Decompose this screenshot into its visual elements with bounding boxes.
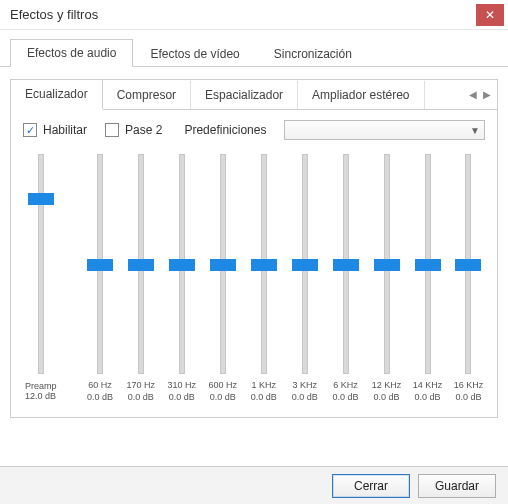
- band-freq: 310 Hz: [168, 380, 197, 392]
- main-tabs: Efectos de audio Efectos de vídeo Sincro…: [0, 30, 508, 67]
- slider-thumb[interactable]: [169, 259, 195, 271]
- band-db: 0.0 dB: [87, 392, 113, 404]
- slider-track[interactable]: [384, 154, 390, 374]
- slider-thumb[interactable]: [251, 259, 277, 271]
- band-db: 0.0 dB: [251, 392, 277, 404]
- checkbox-icon: ✓: [23, 123, 37, 137]
- tab-sync[interactable]: Sincronización: [257, 40, 369, 67]
- band-slider[interactable]: 1 KHz 0.0 dB: [247, 154, 280, 403]
- band-db: 0.0 dB: [210, 392, 236, 404]
- save-button[interactable]: Guardar: [418, 474, 496, 498]
- chevron-down-icon: ▼: [470, 125, 480, 136]
- band-freq: 12 KHz: [372, 380, 402, 392]
- slider-track[interactable]: [138, 154, 144, 374]
- audio-effects-panel: Ecualizador Compresor Espacializador Amp…: [10, 79, 498, 418]
- band-slider[interactable]: 16 KHz 0.0 dB: [452, 154, 485, 403]
- slider-thumb[interactable]: [292, 259, 318, 271]
- slider-thumb[interactable]: [333, 259, 359, 271]
- band-db: 0.0 dB: [415, 392, 441, 404]
- slider-thumb[interactable]: [210, 259, 236, 271]
- band-slider[interactable]: 60 Hz 0.0 dB: [83, 154, 116, 403]
- band-slider[interactable]: 6 KHz 0.0 dB: [329, 154, 362, 403]
- close-icon: ✕: [485, 8, 495, 22]
- slider-thumb[interactable]: [87, 259, 113, 271]
- band-db: 0.0 dB: [169, 392, 195, 404]
- preamp-name: Preamp: [23, 381, 59, 391]
- checkbox-icon: [105, 123, 119, 137]
- band-db: 0.0 dB: [128, 392, 154, 404]
- chevron-right-icon[interactable]: ▶: [481, 89, 493, 100]
- equalizer-area: Preamp 12.0 dB 60 Hz 0.0 dB 170 Hz 0.0 d…: [11, 146, 497, 417]
- slider-thumb[interactable]: [415, 259, 441, 271]
- slider-track[interactable]: [179, 154, 185, 374]
- tab-video-effects[interactable]: Efectos de vídeo: [133, 40, 256, 67]
- slider-track[interactable]: [38, 154, 44, 374]
- subtab-scroll: ◀ ▶: [463, 89, 497, 100]
- band-slider[interactable]: 170 Hz 0.0 dB: [124, 154, 157, 403]
- preamp-db: 12.0 dB: [23, 391, 59, 401]
- slider-track[interactable]: [220, 154, 226, 374]
- subtab-spatializer[interactable]: Espacializador: [191, 81, 298, 109]
- subtab-stereo-widener[interactable]: Ampliador estéreo: [298, 81, 424, 109]
- slider-track[interactable]: [97, 154, 103, 374]
- band-slider[interactable]: 3 KHz 0.0 dB: [288, 154, 321, 403]
- band-slider[interactable]: 14 KHz 0.0 dB: [411, 154, 444, 403]
- band-freq: 14 KHz: [413, 380, 443, 392]
- enable-checkbox[interactable]: ✓ Habilitar: [23, 123, 87, 137]
- subtab-equalizer[interactable]: Ecualizador: [11, 80, 103, 110]
- band-db: 0.0 dB: [333, 392, 359, 404]
- slider-track[interactable]: [261, 154, 267, 374]
- band-freq: 170 Hz: [127, 380, 156, 392]
- band-freq: 1 KHz: [251, 380, 276, 392]
- tab-audio-effects[interactable]: Efectos de audio: [10, 39, 133, 67]
- band-db: 0.0 dB: [374, 392, 400, 404]
- sub-tabs: Ecualizador Compresor Espacializador Amp…: [11, 80, 497, 110]
- eq-control-row: ✓ Habilitar Pase 2 Predefiniciones ▼: [11, 110, 497, 146]
- close-button[interactable]: Cerrar: [332, 474, 410, 498]
- slider-thumb[interactable]: [28, 193, 54, 205]
- slider-track[interactable]: [302, 154, 308, 374]
- band-slider[interactable]: 600 Hz 0.0 dB: [206, 154, 239, 403]
- band-slider[interactable]: 12 KHz 0.0 dB: [370, 154, 403, 403]
- band-slider[interactable]: 310 Hz 0.0 dB: [165, 154, 198, 403]
- band-freq: 16 KHz: [454, 380, 484, 392]
- band-freq: 600 Hz: [208, 380, 237, 392]
- band-db: 0.0 dB: [455, 392, 481, 404]
- band-freq: 3 KHz: [292, 380, 317, 392]
- slider-thumb[interactable]: [455, 259, 481, 271]
- preamp-slider[interactable]: Preamp 12.0 dB: [23, 154, 59, 401]
- slider-track[interactable]: [343, 154, 349, 374]
- dialog-button-bar: Cerrar Guardar: [0, 466, 508, 504]
- chevron-left-icon[interactable]: ◀: [467, 89, 479, 100]
- pass2-checkbox[interactable]: Pase 2: [105, 123, 162, 137]
- titlebar: Efectos y filtros ✕: [0, 0, 508, 30]
- pass2-label: Pase 2: [125, 123, 162, 137]
- band-freq: 60 Hz: [88, 380, 112, 392]
- presets-label: Predefiniciones: [184, 123, 266, 137]
- presets-combo[interactable]: ▼: [284, 120, 485, 140]
- slider-track[interactable]: [425, 154, 431, 374]
- band-db: 0.0 dB: [292, 392, 318, 404]
- slider-thumb[interactable]: [128, 259, 154, 271]
- band-freq: 6 KHz: [333, 380, 358, 392]
- slider-track[interactable]: [465, 154, 471, 374]
- slider-thumb[interactable]: [374, 259, 400, 271]
- subtab-compressor[interactable]: Compresor: [103, 81, 191, 109]
- window-close-button[interactable]: ✕: [476, 4, 504, 26]
- enable-label: Habilitar: [43, 123, 87, 137]
- window-title: Efectos y filtros: [10, 7, 476, 22]
